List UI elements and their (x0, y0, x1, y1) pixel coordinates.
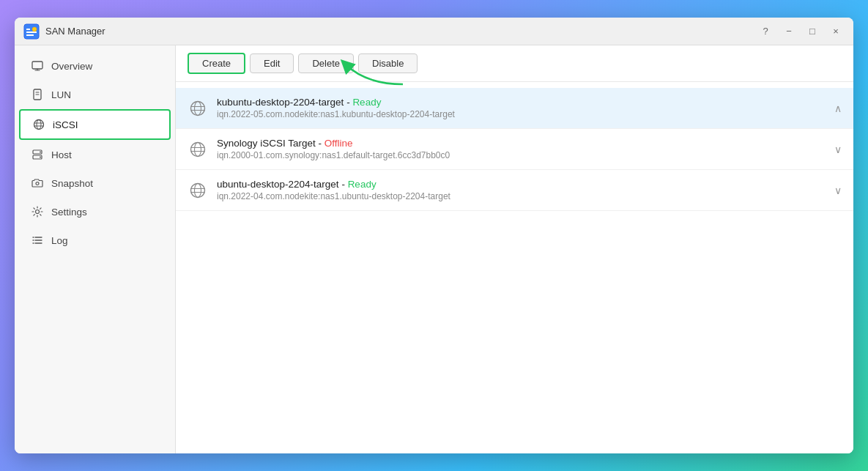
svg-point-4 (32, 27, 37, 31)
target-globe-icon-1 (188, 139, 208, 160)
svg-point-7 (34, 120, 44, 130)
main-area: Overview LUN (15, 45, 853, 453)
globe-icon-sidebar (32, 118, 45, 131)
svg-point-16 (195, 101, 201, 115)
app-window: SAN Manager ? − □ × Overview (15, 18, 853, 453)
app-title: SAN Manager (45, 26, 757, 37)
target-info-1: Synology iSCSI Target - Offline iqn.2000… (217, 138, 828, 160)
sidebar-lun-label: LUN (51, 89, 71, 100)
server-icon (31, 148, 44, 161)
target-iqn-1: iqn.2000-01.com.synology:nas1.default-ta… (217, 150, 828, 160)
sidebar-host-label: Host (51, 149, 72, 160)
sidebar-iscsi-label: iSCSI (53, 119, 78, 130)
svg-point-12 (40, 157, 41, 158)
help-button[interactable]: ? (757, 23, 774, 40)
expand-chevron-1[interactable]: ∨ (834, 144, 842, 155)
target-item-1[interactable]: Synology iSCSI Target - Offline iqn.2000… (176, 129, 853, 170)
target-name-1: Synology iSCSI Target - Offline (217, 138, 828, 149)
sidebar: Overview LUN (15, 45, 176, 453)
target-status-0: Ready (352, 97, 381, 108)
target-globe-icon-0 (188, 98, 208, 119)
sidebar-item-snapshot[interactable]: Snapshot (19, 169, 171, 197)
target-item-0[interactable]: kubuntu-desktop-2204-target - Ready iqn.… (176, 88, 853, 129)
sidebar-item-iscsi[interactable]: iSCSI (19, 109, 171, 140)
target-iqn-0: iqn.2022-05.com.nodekite:nas1.kubuntu-de… (217, 109, 828, 119)
sidebar-item-host[interactable]: Host (19, 141, 171, 168)
expand-chevron-0[interactable]: ∧ (834, 103, 842, 114)
monitor-icon (31, 59, 44, 73)
window-controls: ? − □ × (757, 23, 845, 40)
camera-icon (31, 177, 44, 190)
svg-point-14 (36, 210, 40, 214)
disable-button[interactable]: Disable (358, 53, 418, 73)
bookmark-icon (31, 88, 44, 101)
minimize-button[interactable]: − (780, 23, 798, 40)
svg-rect-2 (26, 31, 37, 33)
svg-rect-5 (32, 62, 42, 69)
target-status-1: Offline (324, 138, 353, 149)
svg-point-19 (191, 183, 205, 197)
sidebar-settings-label: Settings (51, 207, 87, 218)
target-info-0: kubuntu-desktop-2204-target - Ready iqn.… (217, 97, 828, 119)
sidebar-overview-label: Overview (51, 61, 92, 72)
content-area: Create Edit Delete Disable (176, 45, 853, 453)
sidebar-item-lun[interactable]: LUN (19, 81, 171, 108)
create-button[interactable]: Create (188, 53, 245, 74)
target-list: kubuntu-desktop-2204-target - Ready iqn.… (176, 82, 853, 453)
target-item-2[interactable]: ubuntu-desktop-2204-target - Ready iqn.2… (176, 170, 853, 211)
svg-point-15 (191, 101, 205, 115)
svg-point-13 (36, 182, 39, 185)
sidebar-item-log[interactable]: Log (19, 226, 171, 254)
app-logo (23, 23, 40, 40)
delete-button[interactable]: Delete (298, 53, 354, 73)
target-name-0: kubuntu-desktop-2204-target - Ready (217, 97, 828, 108)
svg-point-11 (40, 152, 41, 153)
restore-button[interactable]: □ (804, 23, 821, 40)
sidebar-item-overview[interactable]: Overview (19, 52, 171, 80)
target-info-2: ubuntu-desktop-2204-target - Ready iqn.2… (217, 179, 828, 201)
sidebar-item-settings[interactable]: Settings (19, 198, 171, 226)
target-status-2: Ready (348, 179, 376, 190)
toolbar: Create Edit Delete Disable (176, 45, 853, 82)
target-iqn-2: iqn.2022-04.com.nodekite:nas1.ubuntu-des… (217, 191, 828, 201)
expand-chevron-2[interactable]: ∨ (834, 185, 842, 196)
svg-point-8 (37, 120, 41, 130)
close-button[interactable]: × (827, 23, 845, 40)
svg-point-20 (195, 183, 201, 197)
target-globe-icon-2 (188, 180, 208, 201)
list-icon (31, 234, 44, 247)
target-name-2: ubuntu-desktop-2204-target - Ready (217, 179, 828, 190)
titlebar: SAN Manager ? − □ × (15, 18, 853, 45)
sidebar-snapshot-label: Snapshot (51, 178, 93, 189)
svg-point-17 (191, 142, 205, 156)
svg-rect-1 (26, 29, 30, 30)
svg-rect-3 (26, 34, 34, 36)
gear-icon (31, 205, 44, 218)
sidebar-log-label: Log (51, 235, 68, 246)
svg-point-18 (195, 142, 201, 156)
edit-button[interactable]: Edit (250, 53, 294, 73)
